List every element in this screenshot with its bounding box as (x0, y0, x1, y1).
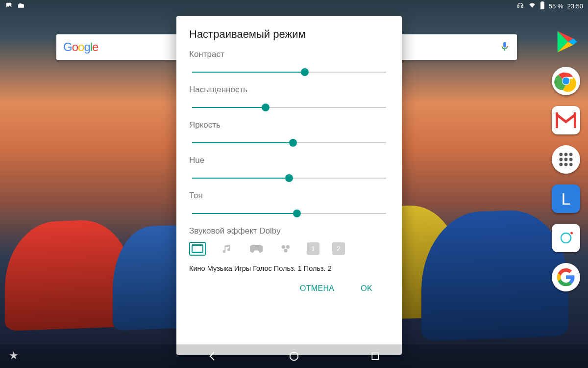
l-app-icon[interactable]: L (552, 184, 580, 213)
wifi-icon (528, 2, 536, 10)
notification-image-icon (5, 2, 13, 10)
slider-fill (192, 107, 266, 108)
svg-point-6 (564, 153, 568, 156)
svg-rect-18 (192, 252, 203, 253)
notification-radio-icon (17, 2, 25, 10)
dolby-section-label: Звуковой эффект Dolby (189, 226, 389, 236)
battery-icon (540, 1, 545, 11)
dialog-title: Настраиваемый режим (189, 28, 389, 41)
dolby-mode-user2-icon[interactable]: 2 (332, 242, 345, 255)
battery-text: 55 % (549, 2, 564, 10)
slider-яркость[interactable] (192, 138, 386, 148)
dolby-mode-music-icon[interactable] (219, 242, 235, 256)
svg-rect-0 (541, 5, 543, 8)
svg-point-5 (559, 153, 563, 156)
svg-point-22 (290, 352, 298, 361)
slider-fill (192, 142, 293, 143)
app-dock: L (552, 27, 580, 291)
slider-thumb[interactable] (293, 210, 301, 217)
slider-thumb[interactable] (285, 174, 293, 182)
gmail-icon[interactable] (552, 106, 580, 134)
svg-rect-23 (372, 353, 378, 359)
google-app-icon[interactable] (552, 263, 580, 291)
svg-point-13 (569, 163, 573, 166)
nav-home-button[interactable] (288, 350, 300, 363)
slider-group-3: Hue (189, 156, 389, 183)
slider-label: Тон (189, 191, 389, 201)
svg-point-14 (561, 233, 571, 243)
google-logo: Google (63, 40, 98, 54)
slider-label: Контраст (189, 50, 389, 59)
navigation-bar (0, 344, 588, 368)
svg-point-10 (569, 158, 573, 161)
slider-тон[interactable] (192, 209, 386, 218)
play-store-icon[interactable] (552, 27, 580, 56)
camera-icon[interactable] (552, 224, 580, 252)
svg-point-21 (284, 249, 287, 252)
slider-насыщенность[interactable] (192, 103, 386, 112)
chrome-icon[interactable] (552, 67, 580, 95)
ok-button[interactable]: OK (359, 279, 374, 298)
dolby-mode-movie-icon[interactable] (189, 242, 206, 256)
slider-label: Hue (189, 156, 389, 165)
svg-point-8 (559, 158, 563, 161)
clock: 23:50 (567, 2, 583, 10)
l-app-letter: L (562, 189, 571, 209)
slider-group-0: Контраст (189, 50, 389, 77)
dolby-mode-voice-icon[interactable] (277, 242, 294, 256)
slider-thumb[interactable] (262, 104, 270, 111)
dolby-mode-game-icon[interactable] (248, 242, 265, 256)
android-home-screen: 55 % 23:50 Google L (0, 0, 588, 368)
svg-rect-16 (192, 245, 203, 252)
svg-point-11 (559, 163, 563, 166)
voice-search-icon[interactable] (499, 41, 510, 53)
svg-point-19 (282, 245, 285, 249)
slider-thumb[interactable] (289, 139, 297, 147)
slider-fill (192, 72, 305, 73)
custom-mode-dialog: Настраиваемый режим КонтрастНасыщенность… (176, 16, 402, 355)
dolby-mode-user1-icon[interactable]: 1 (307, 242, 319, 255)
cancel-button[interactable]: ОТМЕНА (298, 279, 336, 298)
nav-back-button[interactable] (206, 350, 219, 363)
slider-group-4: Тон (189, 191, 389, 218)
slider-thumb[interactable] (301, 68, 309, 76)
slider-label: Насыщенность (189, 85, 389, 95)
svg-point-15 (570, 232, 573, 235)
nav-recent-button[interactable] (369, 350, 382, 363)
headphones-icon (516, 1, 524, 11)
svg-point-20 (286, 245, 290, 249)
svg-point-7 (569, 153, 573, 156)
svg-point-12 (564, 163, 568, 166)
slider-hue[interactable] (192, 173, 386, 183)
dolby-mode-caption: Кино Музыка Игры Голос Польз. 1 Польз. 2 (189, 264, 389, 272)
slider-контраст[interactable] (192, 67, 386, 77)
slider-group-1: Насыщенность (189, 85, 389, 112)
app-drawer-icon[interactable] (552, 145, 580, 174)
slider-fill (192, 178, 289, 179)
svg-rect-17 (192, 244, 203, 246)
slider-group-2: Яркость (189, 120, 389, 148)
svg-point-9 (564, 158, 568, 161)
slider-fill (192, 213, 297, 214)
status-bar[interactable]: 55 % 23:50 (0, 0, 588, 12)
slider-label: Яркость (189, 120, 389, 130)
dolby-mode-icons: 1 2 (189, 242, 389, 256)
